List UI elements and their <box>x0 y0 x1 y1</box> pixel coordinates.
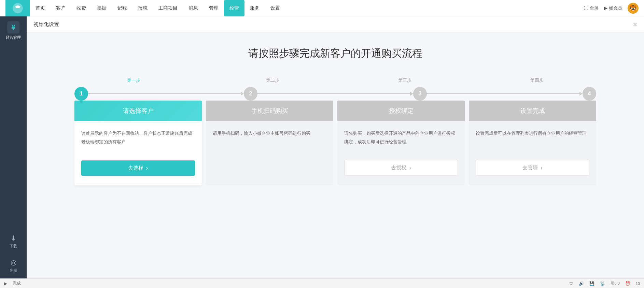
sidebar-item-operation[interactable]: ¥ 经营管理 <box>0 16 27 45</box>
shield-icon: 🛡 <box>569 281 573 286</box>
sidebar-item-support[interactable]: ◎ 客服 <box>0 253 27 278</box>
logo <box>5 0 30 16</box>
step-circle-2: 2 <box>244 87 257 101</box>
status-bar-right: 🛡 🔊 💾 📡 网0 0 ⏰ 10 <box>569 281 640 286</box>
wizard-heading: 请按照步骤完成新客户的开通购买流程 <box>54 47 617 61</box>
done-label: 完成 <box>13 280 21 286</box>
fullscreen-icon: ⛶ <box>584 5 588 11</box>
save-icon: 💾 <box>589 281 594 286</box>
steps-area: 第一步 第二步 第三步 第四步 <box>54 77 617 185</box>
nav-manage[interactable]: 管理 <box>204 0 224 16</box>
card-body-4: 设置完成后可以在管理列表进行所有企业用户的经营管理 <box>469 121 596 154</box>
step-node-4: 4 <box>583 87 596 101</box>
download-icon: ⬇ <box>11 234 16 242</box>
card-body-3: 请先购买，购买后选择开通的产品中的企业用户进行授权绑定，成功后即可进行经营管理 <box>337 121 465 154</box>
nav-tax[interactable]: 报税 <box>132 0 153 16</box>
top-nav: 首页 客户 收费 票据 记账 报税 工商项目 消息 管理 经营 服务 设置 ⛶ … <box>0 0 644 16</box>
steps-visual: 1 2 <box>74 87 596 101</box>
step-label-2: 第二步 <box>213 77 346 83</box>
card-footer-4: 去管理 › <box>469 154 596 185</box>
main-layout: ¥ 经营管理 ⬇ 下载 ◎ 客服 初始化设置 × 请按照步骤完成新客户的开通购买… <box>0 16 644 288</box>
goto-manage-button[interactable]: 去管理 › <box>476 160 589 176</box>
nav-bookkeeping[interactable]: 记账 <box>112 0 132 16</box>
time-display: 10 <box>636 282 640 286</box>
volume-icon: 🔊 <box>579 281 584 286</box>
goto-select-button[interactable]: 去选择 › <box>81 160 195 176</box>
yuan-icon: ¥ <box>7 21 19 34</box>
connector-2-3 <box>257 92 413 96</box>
fullscreen-btn[interactable]: ⛶ 全屏 <box>584 5 599 11</box>
card-2: 手机扫码购买 请用手机扫码，输入小微企业主账号密码进行购买 <box>206 101 333 185</box>
page-title: 初始化设置 <box>33 21 59 28</box>
close-button[interactable]: × <box>633 21 637 28</box>
card-header-1: 请选择客户 <box>74 101 202 121</box>
step-circle-3: 3 <box>413 87 427 101</box>
vip-btn[interactable]: ▶ 畅会员 <box>604 5 622 11</box>
sidebar: ¥ 经营管理 ⬇ 下载 ◎ 客服 <box>0 16 27 288</box>
step-circle-4: 4 <box>583 87 596 101</box>
goto-authorize-button[interactable]: 去授权 › <box>344 160 458 176</box>
card-footer-1: 去选择 › <box>74 155 202 185</box>
card-4: 设置完成 设置完成后可以在管理列表进行所有企业用户的经营管理 去管理 › <box>469 101 596 185</box>
card-body-2: 请用手机扫码，输入小微企业主账号密码进行购买 <box>206 121 333 170</box>
play-button[interactable]: ▶ <box>4 281 7 286</box>
arrow-icon-4: › <box>541 164 543 171</box>
arrow-icon-3: › <box>409 164 411 171</box>
connector-1-2 <box>88 92 244 96</box>
card-header-4: 设置完成 <box>469 101 596 121</box>
card-header-3: 授权绑定 <box>337 101 465 121</box>
nav-home[interactable]: 首页 <box>30 0 51 16</box>
card-3: 授权绑定 请先购买，购买后选择开通的产品中的企业用户进行授权绑定，成功后即可进行… <box>337 101 465 185</box>
step-circle-1: 1 <box>74 87 88 101</box>
card-footer-3: 去授权 › <box>337 154 465 185</box>
card-1: 请选择客户 该处展示的客户为不在回收站、客户状态正常建账后完成老板端绑定的所有客… <box>74 101 202 185</box>
network-icon: 📡 <box>600 281 605 286</box>
card-footer-2 <box>206 170 333 185</box>
connector-3-4 <box>427 92 583 96</box>
nav-fee[interactable]: 收费 <box>71 0 92 16</box>
nav-message[interactable]: 消息 <box>183 0 204 16</box>
step-node-3: 3 <box>413 87 427 101</box>
clock-icon: ⏰ <box>625 281 630 286</box>
step-label-1: 第一步 <box>74 77 213 83</box>
nav-ticket[interactable]: 票据 <box>92 0 112 16</box>
step-pointer <box>79 101 84 104</box>
nav-customer[interactable]: 客户 <box>51 0 71 16</box>
card-body-1: 该处展示的客户为不在回收站、客户状态正常建账后完成老板端绑定的所有客户 <box>74 121 202 155</box>
cards-row: 请选择客户 该处展示的客户为不在回收站、客户状态正常建账后完成老板端绑定的所有客… <box>74 101 596 185</box>
notification-count: 网0 0 <box>611 281 619 286</box>
card-header-2: 手机扫码购买 <box>206 101 333 121</box>
step-label-4: 第四步 <box>478 77 596 83</box>
steps-labels: 第一步 第二步 第三步 第四步 <box>74 77 596 83</box>
nav-business[interactable]: 工商项目 <box>153 0 183 16</box>
play-icon: ▶ <box>604 5 607 11</box>
nav-settings[interactable]: 设置 <box>265 0 285 16</box>
status-bar: ▶ 完成 🛡 🔊 💾 📡 网0 0 ⏰ 10 <box>0 278 644 288</box>
avatar[interactable]: 🐯 <box>628 3 639 14</box>
arrow-icon-1: › <box>146 165 148 172</box>
sidebar-item-download[interactable]: ⬇ 下载 <box>0 229 27 253</box>
step-node-2: 2 <box>244 87 257 101</box>
support-icon: ◎ <box>11 258 16 266</box>
nav-right: ⛶ 全屏 ▶ 畅会员 🐯 <box>584 3 639 14</box>
content-area: 初始化设置 × 请按照步骤完成新客户的开通购买流程 第一步 第二步 第三步 <box>27 16 644 288</box>
step-node-1: 1 <box>74 87 88 101</box>
nav-items: 首页 客户 收费 票据 记账 报税 工商项目 消息 管理 经营 服务 设置 <box>30 0 584 16</box>
step-label-3: 第三步 <box>346 77 478 83</box>
nav-operation[interactable]: 经营 <box>224 0 244 16</box>
nav-service[interactable]: 服务 <box>244 0 265 16</box>
wizard-container: 请按照步骤完成新客户的开通购买流程 第一步 第二步 第三步 第四步 <box>27 33 644 199</box>
page-header: 初始化设置 × <box>27 16 644 33</box>
